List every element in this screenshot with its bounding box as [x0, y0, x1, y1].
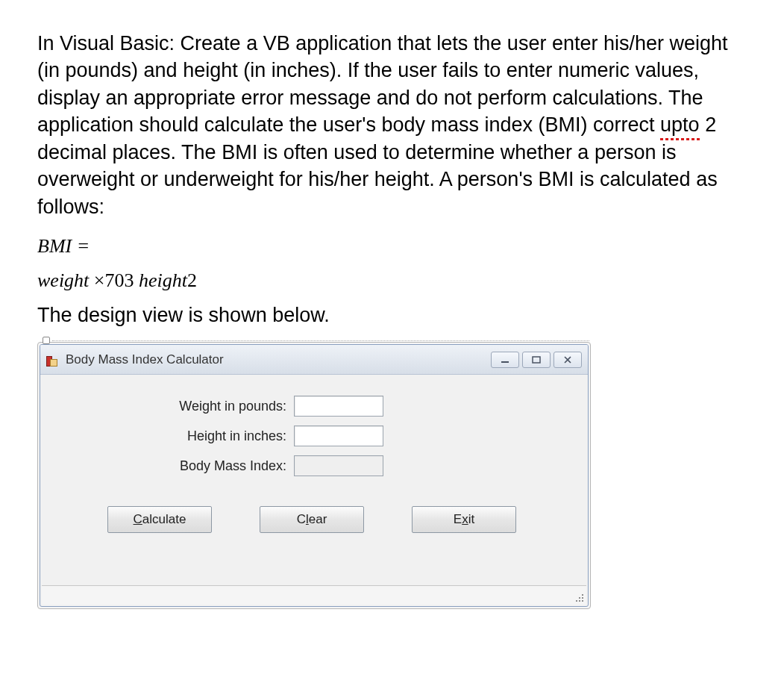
calculate-button[interactable]: Calculate	[107, 506, 212, 533]
form-icon	[46, 353, 60, 367]
maximize-button[interactable]	[522, 352, 551, 368]
window-title: Body Mass Index Calculator	[66, 352, 224, 367]
spellcheck-error: upto	[660, 111, 700, 138]
row-weight: Weight in pounds:	[145, 396, 565, 417]
formula-line-1: BMI =	[37, 235, 747, 258]
output-bmi	[294, 455, 383, 476]
designer-frame: Body Mass Index Calculator Weight in pou…	[37, 342, 591, 609]
resize-handle-icon[interactable]	[43, 337, 50, 344]
app-window: Body Mass Index Calculator Weight in pou…	[40, 344, 589, 607]
problem-statement: In Visual Basic: Create a VB application…	[37, 30, 747, 220]
formula-line-2: weight ×703 height2	[37, 269, 747, 292]
window-controls	[491, 352, 582, 368]
clear-button[interactable]: Clear	[260, 506, 364, 533]
resize-grip-icon[interactable]	[573, 591, 583, 602]
row-bmi: Body Mass Index:	[145, 455, 565, 476]
input-height[interactable]	[294, 425, 383, 446]
input-weight[interactable]	[294, 396, 383, 417]
form-client-area: Weight in pounds: Height in inches: Body…	[40, 375, 588, 585]
title-left: Body Mass Index Calculator	[46, 352, 224, 367]
label-bmi: Body Mass Index:	[145, 458, 294, 474]
svg-rect-1	[533, 357, 540, 363]
exit-button[interactable]: Exit	[412, 506, 516, 533]
row-height: Height in inches:	[145, 425, 565, 446]
label-weight: Weight in pounds:	[145, 399, 294, 414]
titlebar: Body Mass Index Calculator	[40, 345, 588, 375]
para-text-a: In Visual Basic: Create a VB application…	[37, 32, 728, 136]
design-caption: The design view is shown below.	[37, 304, 747, 327]
label-height: Height in inches:	[145, 428, 294, 444]
svg-rect-0	[501, 361, 509, 363]
minimize-button[interactable]	[491, 352, 519, 368]
close-button[interactable]	[553, 352, 582, 368]
button-row: Calculate Clear Exit	[107, 506, 565, 533]
status-bar	[42, 585, 586, 605]
